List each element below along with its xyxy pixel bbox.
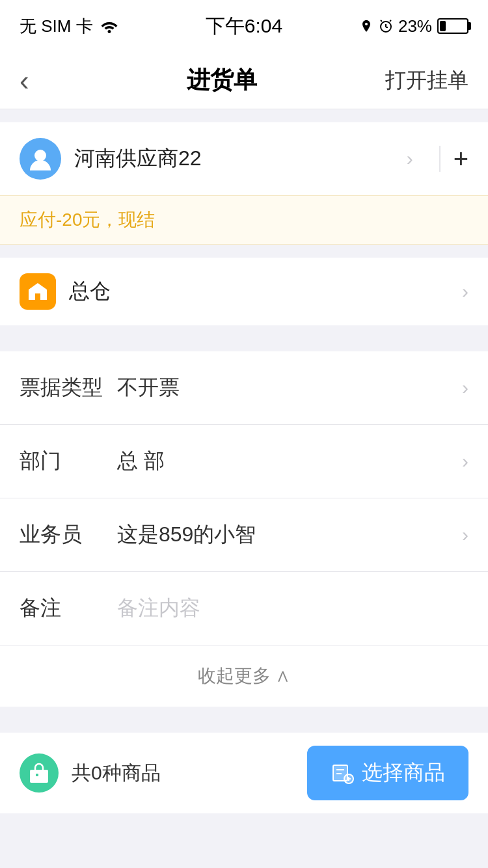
supplier-row[interactable]: 河南供应商22 › + [0,122,488,195]
person-icon [27,146,53,172]
house-icon [27,280,49,303]
invoice-type-chevron: › [462,377,468,399]
collapse-row[interactable]: 收起更多 ∧ [0,645,488,707]
bottom-bar: 共0种商品 选择商品 [0,733,488,813]
warehouse-icon [20,273,56,310]
salesperson-row[interactable]: 业务员 这是859的小智 › [0,498,488,572]
salesperson-chevron: › [462,524,468,546]
product-count-label: 共0种商品 [72,760,294,787]
invoice-type-row[interactable]: 票据类型 不开票 › [0,351,488,425]
location-icon [359,19,373,33]
background-area [0,813,488,868]
add-supplier-button[interactable]: + [454,144,468,174]
status-bar: 无 SIM 卡 下午6:04 23% [0,0,488,52]
product-icon [20,753,59,793]
carrier-text: 无 SIM 卡 [20,15,93,38]
svg-rect-7 [36,774,38,776]
svg-line-4 [390,20,391,21]
remark-row[interactable]: 备注 备注内容 [0,572,488,645]
shopping-bag-icon [27,761,51,785]
remark-label: 备注 [20,594,111,623]
warehouse-chevron-icon: › [462,280,468,303]
warehouse-row[interactable]: 总仓 › [0,258,488,325]
select-product-button[interactable]: 选择商品 [307,746,468,800]
section-gap-2 [0,245,488,258]
select-product-label: 选择商品 [362,759,445,787]
open-pending-button[interactable]: 打开挂单 [385,66,468,95]
department-chevron: › [462,450,468,472]
svg-line-3 [381,20,382,21]
remark-input[interactable]: 备注内容 [111,594,468,623]
department-label: 部门 [20,447,111,476]
svg-rect-6 [30,770,48,783]
status-left: 无 SIM 卡 [20,15,119,38]
invoice-type-value: 不开票 [111,373,462,402]
salesperson-value: 这是859的小智 [111,521,462,549]
invoice-type-label: 票据类型 [20,373,111,402]
status-right: 23% [359,16,468,36]
department-row[interactable]: 部门 总 部 › [0,425,488,498]
select-product-icon [331,761,354,785]
department-value: 总 部 [111,447,462,476]
battery-percent: 23% [398,16,432,36]
warehouse-section[interactable]: 总仓 › [0,258,488,325]
alarm-icon [379,19,393,33]
supplier-section: 河南供应商22 › + 应付-20元，现结 [0,122,488,245]
wifi-icon [100,19,119,33]
section-gap-4 [0,707,488,720]
battery-fill [440,21,446,31]
page-title: 进货单 [187,64,257,96]
supplier-name: 河南供应商22 [74,144,407,173]
salesperson-label: 业务员 [20,521,111,549]
section-gap-1 [0,109,488,122]
supplier-chevron-icon: › [407,148,413,170]
supplier-avatar [20,138,61,180]
svg-point-5 [34,150,46,161]
form-section: 票据类型 不开票 › 部门 总 部 › 业务员 这是859的小智 › 备注 备注… [0,351,488,707]
status-time: 下午6:04 [206,13,282,40]
nav-bar: ‹ 进货单 打开挂单 [0,52,488,109]
collapse-label: 收起更多 ∧ [198,664,291,688]
warehouse-name: 总仓 [69,277,462,306]
battery-icon [437,18,468,34]
supplier-divider [439,146,441,172]
supplier-notice: 应付-20元，现结 [0,195,488,245]
section-gap-3 [0,325,488,338]
back-button[interactable]: ‹ [20,64,59,97]
